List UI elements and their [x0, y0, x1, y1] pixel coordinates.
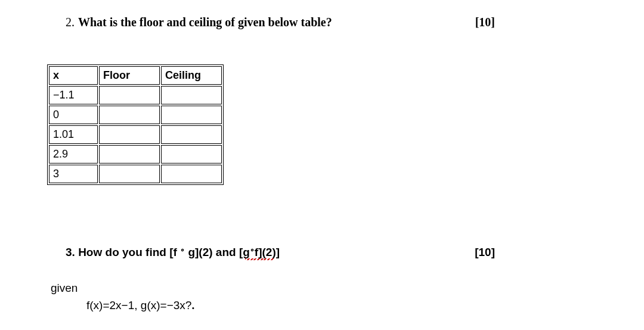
cell-ceiling: [161, 145, 222, 164]
cell-x: −1.1: [49, 86, 98, 104]
cell-floor: [99, 145, 160, 164]
table-header-row: x Floor Ceiling: [49, 66, 222, 85]
table-row: 3: [49, 165, 222, 183]
table-row: 1.01: [49, 125, 222, 144]
question-2-left: 2. What is the floor and ceiling of give…: [66, 16, 332, 29]
cell-x: 3: [49, 165, 98, 183]
gof-error-text: [g∘f](2)]: [239, 246, 280, 259]
header-floor: Floor: [99, 66, 160, 85]
question-2-number: 2.: [66, 16, 75, 29]
cell-floor: [99, 165, 160, 183]
cell-x: 0: [49, 106, 98, 124]
question-3-prompt-b: g](2) and: [185, 246, 239, 258]
question-2-header: 2. What is the floor and ceiling of give…: [66, 16, 495, 29]
floor-ceiling-table: x Floor Ceiling −1.1 0 1.01 2.9: [47, 64, 224, 185]
table-row: −1.1: [49, 86, 222, 104]
question-3-header: 3. How do you find [f ∘ g](2) and [g∘f](…: [66, 246, 495, 259]
question-2-marks: [10]: [475, 16, 495, 29]
given-functions: f(x)=2x−1, g(x)=−3x?.: [51, 297, 194, 314]
compose-symbol: ∘: [180, 245, 185, 254]
cell-ceiling: [161, 86, 222, 104]
table-row: 0: [49, 106, 222, 124]
question-3-marks: [10]: [475, 246, 495, 259]
header-x: x: [49, 66, 98, 85]
gof-close: f](2)]: [255, 246, 280, 258]
question-3-number: 3.: [66, 246, 75, 258]
question-3-prompt-a: How do you find [f: [78, 246, 180, 258]
cell-x: 1.01: [49, 125, 98, 144]
given-fn-text: f(x)=2x−1, g(x)=−3x?: [86, 299, 191, 312]
cell-floor: [99, 106, 160, 124]
floor-ceiling-table-wrapper: x Floor Ceiling −1.1 0 1.01 2.9: [47, 64, 224, 185]
given-fn-dot: .: [191, 299, 194, 312]
question-3-text: 3. How do you find [f ∘ g](2) and [g∘f](…: [66, 246, 280, 259]
table-row: 2.9: [49, 145, 222, 164]
cell-x: 2.9: [49, 145, 98, 164]
cell-ceiling: [161, 165, 222, 183]
compose-symbol: ∘: [250, 245, 255, 254]
cell-ceiling: [161, 106, 222, 124]
given-label: given: [51, 279, 194, 297]
gof-open: [g: [239, 246, 250, 258]
cell-ceiling: [161, 125, 222, 144]
cell-floor: [99, 125, 160, 144]
given-block: given f(x)=2x−1, g(x)=−3x?.: [51, 279, 194, 314]
question-2-text: What is the floor and ceiling of given b…: [78, 16, 332, 29]
header-ceiling: Ceiling: [161, 66, 222, 85]
cell-floor: [99, 86, 160, 104]
